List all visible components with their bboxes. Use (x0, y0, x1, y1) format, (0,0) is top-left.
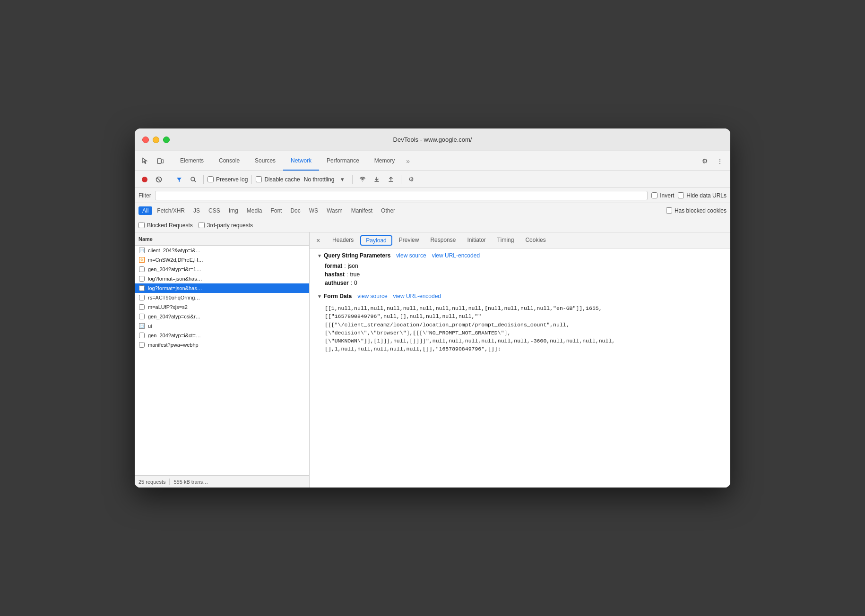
preserve-log-checkbox[interactable] (208, 176, 214, 182)
request-item[interactable]: ⊙ m=CnSW2d,DPreE,H… (135, 255, 309, 265)
third-party-checkbox[interactable] (199, 222, 205, 228)
filter-js[interactable]: JS (190, 206, 204, 215)
tab-memory[interactable]: Memory (367, 151, 402, 171)
svg-line-6 (194, 180, 196, 182)
export-button[interactable] (385, 173, 397, 186)
tab-initiator[interactable]: Initiator (461, 232, 491, 248)
svg-rect-0 (157, 159, 161, 163)
request-item-selected[interactable]: log?format=json&has… (135, 283, 309, 293)
request-item[interactable]: m=aLUfP?xjs=s2 (135, 302, 309, 312)
filter-all[interactable]: All (138, 206, 152, 215)
request-name: log?format=json&has… (148, 285, 305, 291)
tab-response[interactable]: Response (424, 232, 461, 248)
filter-wasm[interactable]: Wasm (323, 206, 346, 215)
minimize-button[interactable] (153, 137, 159, 143)
preserve-log-label[interactable]: Preserve log (208, 176, 248, 183)
invert-text: Invert (660, 192, 674, 199)
form-view-url-encoded-link[interactable]: view URL-encoded (393, 293, 441, 299)
request-item[interactable]: 📄 client_204?&atyp=i&… (135, 246, 309, 255)
request-item[interactable]: manifest?pwa=webhp (135, 340, 309, 350)
item-checkbox[interactable] (139, 342, 145, 348)
tab-cookies[interactable]: Cookies (519, 232, 551, 248)
filter-button[interactable] (173, 173, 185, 186)
tab-timing[interactable]: Timing (492, 232, 520, 248)
request-item[interactable]: gen_204?atyp=i&r=1… (135, 265, 309, 274)
more-options-button[interactable]: ⋮ (713, 154, 727, 168)
tab-performance[interactable]: Performance (319, 151, 367, 171)
filter-manifest[interactable]: Manifest (347, 206, 376, 215)
request-count: 25 requests (138, 479, 165, 485)
network-conditions-button[interactable] (356, 173, 369, 186)
filter-fetch-xhr[interactable]: Fetch/XHR (153, 206, 189, 215)
toolbar-divider-5 (401, 175, 401, 184)
details-content: ▼ Query String Parameters view source vi… (310, 248, 730, 488)
tab-sources[interactable]: Sources (247, 151, 283, 171)
invert-label[interactable]: Invert (651, 192, 674, 199)
request-item[interactable]: gen_204?atyp=i&ct=… (135, 331, 309, 340)
settings-icon-button[interactable]: ⚙ (698, 154, 711, 168)
toolbar-divider-1 (169, 175, 169, 184)
collapse-triangle-form[interactable]: ▼ (317, 294, 322, 299)
item-checkbox[interactable] (139, 333, 145, 338)
svg-rect-1 (162, 160, 164, 163)
request-name: client_204?&atyp=i&… (148, 248, 305, 253)
item-checkbox[interactable] (139, 276, 145, 282)
request-item[interactable]: 📄 ui (135, 321, 309, 331)
tab-headers[interactable]: Headers (327, 232, 359, 248)
item-checkbox[interactable] (139, 304, 145, 310)
filter-img[interactable]: Img (225, 206, 242, 215)
request-item[interactable]: rs=ACT90oFqOrnng… (135, 293, 309, 302)
filter-css[interactable]: CSS (205, 206, 224, 215)
select-element-button[interactable] (138, 154, 152, 168)
hide-data-urls-checkbox[interactable] (678, 192, 684, 198)
hide-data-urls-text: Hide data URLs (686, 192, 727, 199)
tab-payload[interactable]: Payload (360, 235, 392, 246)
third-party-label[interactable]: 3rd-party requests (199, 222, 253, 229)
devtools-body: Elements Console Sources Network Perform… (135, 151, 730, 488)
filter-doc[interactable]: Doc (286, 206, 304, 215)
form-view-source-link[interactable]: view source (357, 293, 387, 299)
has-blocked-cookies-checkbox[interactable] (666, 207, 672, 214)
filter-media[interactable]: Media (243, 206, 266, 215)
tab-network[interactable]: Network (283, 151, 319, 171)
item-checkbox[interactable] (139, 295, 145, 300)
param-row-hasfast: hasfast : true (317, 270, 723, 279)
invert-checkbox[interactable] (651, 192, 657, 198)
tab-console[interactable]: Console (211, 151, 247, 171)
maximize-button[interactable] (163, 137, 170, 143)
blocked-requests-label[interactable]: Blocked Requests (138, 222, 193, 229)
import-button[interactable] (371, 173, 383, 186)
collapse-triangle[interactable]: ▼ (317, 253, 322, 258)
tab-elements[interactable]: Elements (173, 151, 211, 171)
svg-point-5 (191, 177, 195, 181)
request-item[interactable]: log?format=json&has… (135, 274, 309, 283)
view-url-encoded-link[interactable]: view URL-encoded (432, 252, 480, 259)
disable-cache-label[interactable]: Disable cache (256, 176, 300, 183)
close-button[interactable] (142, 137, 149, 143)
clear-button[interactable] (153, 173, 165, 186)
view-source-link[interactable]: view source (396, 252, 426, 259)
filter-ws[interactable]: WS (305, 206, 322, 215)
network-settings-button[interactable]: ⚙ (405, 173, 417, 186)
filter-other[interactable]: Other (377, 206, 399, 215)
has-blocked-cookies-label[interactable]: Has blocked cookies (666, 207, 727, 214)
item-checkbox[interactable] (139, 266, 145, 272)
param-name-authuser: authuser (325, 280, 349, 286)
filter-font[interactable]: Font (267, 206, 285, 215)
param-colon: : (344, 263, 346, 269)
throttle-dropdown[interactable]: ▾ (336, 173, 348, 186)
blocked-requests-checkbox[interactable] (138, 222, 145, 228)
search-button[interactable] (187, 173, 199, 186)
hide-data-urls-label[interactable]: Hide data URLs (678, 192, 727, 199)
details-panel: × Headers Payload Preview Response Initi… (310, 232, 730, 488)
item-checkbox[interactable] (139, 285, 145, 291)
item-checkbox[interactable] (139, 314, 145, 319)
param-colon: : (346, 271, 348, 278)
record-button[interactable] (138, 173, 151, 186)
more-tabs-button[interactable]: » (402, 157, 414, 165)
close-details-button[interactable]: × (313, 236, 323, 245)
request-item[interactable]: gen_204?atyp=csi&r… (135, 312, 309, 321)
tab-preview[interactable]: Preview (393, 232, 425, 248)
disable-cache-checkbox[interactable] (256, 176, 262, 182)
device-toggle-button[interactable] (154, 154, 167, 168)
